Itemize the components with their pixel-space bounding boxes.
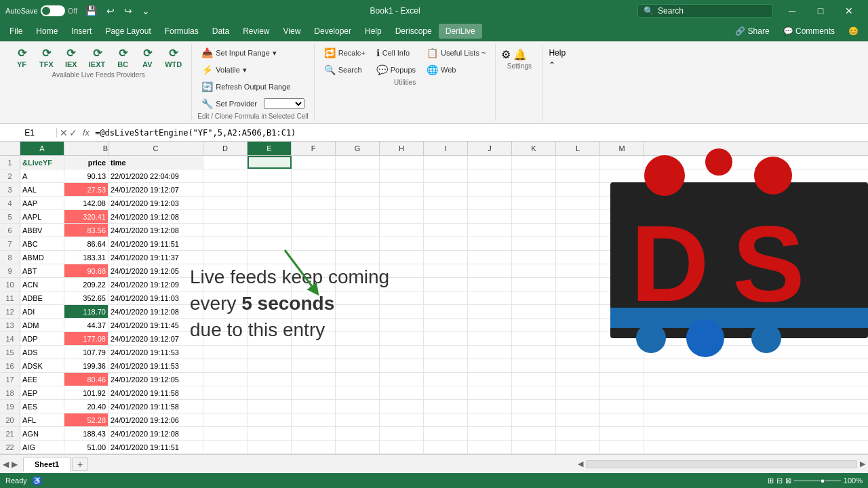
cell-a-6[interactable]: ABBV xyxy=(20,224,64,237)
cell-f-9[interactable] xyxy=(292,264,336,277)
cell-g-5[interactable] xyxy=(336,210,380,223)
cell-d-17[interactable] xyxy=(203,373,248,386)
cell-b-10[interactable]: 209.22 xyxy=(64,278,108,291)
cell-a-9[interactable]: ABT xyxy=(20,264,64,277)
cell-f-10[interactable] xyxy=(292,278,336,291)
cell-d-22[interactable] xyxy=(203,441,248,453)
av-button[interactable]: ⟳ AV xyxy=(136,45,158,70)
row-number[interactable]: 8 xyxy=(0,251,20,264)
cell-h-15[interactable] xyxy=(380,346,424,359)
cell-h-9[interactable] xyxy=(380,264,424,277)
cell-a-2[interactable]: A xyxy=(20,169,64,182)
cell-d-7[interactable] xyxy=(203,237,248,250)
undo-button[interactable]: ↩ xyxy=(104,4,117,18)
cell-i-7[interactable] xyxy=(424,237,468,250)
cell-b-22[interactable]: 51.00 xyxy=(64,441,108,453)
cell-c-3[interactable]: 24/01/2020 19:12:07 xyxy=(108,183,203,196)
cell-c-18[interactable]: 24/01/2020 19:11:58 xyxy=(108,386,203,399)
cell-i-21[interactable] xyxy=(424,427,468,440)
scrollbar-left[interactable]: ◀ xyxy=(578,460,583,468)
recalc-button[interactable]: 🔁 Recalc+ xyxy=(320,45,370,60)
cell-i-1[interactable] xyxy=(424,156,468,169)
menu-derilive[interactable]: DeriLive xyxy=(439,24,482,39)
cell-reference-input[interactable] xyxy=(3,128,57,138)
cell-m-20[interactable] xyxy=(600,413,644,426)
smiley-button[interactable]: 😊 xyxy=(842,24,865,39)
cell-f-17[interactable] xyxy=(292,373,336,386)
cell-b-13[interactable]: 44.37 xyxy=(64,319,108,331)
redo-button[interactable]: ↪ xyxy=(121,4,135,18)
cell-l-1[interactable] xyxy=(556,156,600,169)
cell-j-6[interactable] xyxy=(468,224,512,237)
cell-c-6[interactable]: 24/01/2020 19:12:08 xyxy=(108,224,203,237)
cell-g-21[interactable] xyxy=(336,427,380,440)
menu-view[interactable]: View xyxy=(277,24,308,39)
row-number[interactable]: 21 xyxy=(0,427,20,440)
cell-j-2[interactable] xyxy=(468,169,512,182)
cell-a-12[interactable]: ADI xyxy=(20,305,64,318)
yf-button[interactable]: ⟳ YF xyxy=(11,45,33,70)
help-label[interactable]: Help xyxy=(549,48,566,58)
cell-a-18[interactable]: AEP xyxy=(20,386,64,399)
row-number[interactable]: 18 xyxy=(0,386,20,399)
cell-h-16[interactable] xyxy=(380,359,424,372)
cell-c-17[interactable]: 24/01/2020 19:12:05 xyxy=(108,373,203,386)
cell-f-11[interactable] xyxy=(292,291,336,304)
cell-d-15[interactable] xyxy=(203,346,248,359)
cell-e-5[interactable] xyxy=(248,210,292,223)
cell-m-1[interactable] xyxy=(600,156,644,169)
set-input-button[interactable]: 📥 Set Input Range ▾ xyxy=(197,45,281,60)
cell-m-17[interactable] xyxy=(600,373,644,386)
cell-d-11[interactable] xyxy=(203,291,248,304)
autosave-toggle[interactable] xyxy=(41,5,65,16)
col-header-l[interactable]: L xyxy=(556,142,600,155)
set-provider-button[interactable]: 🔧 Set Provider xyxy=(197,96,261,111)
cell-e-4[interactable] xyxy=(248,197,292,209)
cell-g-22[interactable] xyxy=(336,441,380,453)
cell-c-22[interactable]: 24/01/2020 19:11:51 xyxy=(108,441,203,453)
cell-g-11[interactable] xyxy=(336,291,380,304)
cell-a-5[interactable]: AAPL xyxy=(20,210,64,223)
cell-h-10[interactable] xyxy=(380,278,424,291)
cell-e-19[interactable] xyxy=(248,400,292,413)
col-header-e[interactable]: E xyxy=(248,142,292,155)
cell-a-20[interactable]: AFL xyxy=(20,413,64,426)
menu-developer[interactable]: Developer xyxy=(307,24,358,39)
cell-l-19[interactable] xyxy=(556,400,600,413)
cell-d-1[interactable] xyxy=(203,156,248,169)
cell-m-4[interactable] xyxy=(600,197,644,209)
cell-i-5[interactable] xyxy=(424,210,468,223)
cell-i-20[interactable] xyxy=(424,413,468,426)
col-header-a[interactable]: A xyxy=(20,142,64,155)
cell-i-2[interactable] xyxy=(424,169,468,182)
cell-b-12[interactable]: 118.70 xyxy=(64,305,108,318)
cell-d-5[interactable] xyxy=(203,210,248,223)
cell-b-18[interactable]: 101.92 xyxy=(64,386,108,399)
cell-a-22[interactable]: AIG xyxy=(20,441,64,453)
cell-b-6[interactable]: 83.56 xyxy=(64,224,108,237)
search-utilities-button[interactable]: 🔍 Search xyxy=(320,62,370,77)
cell-k-16[interactable] xyxy=(512,359,556,372)
menu-deriscope[interactable]: Deriscope xyxy=(389,24,439,39)
cell-j-18[interactable] xyxy=(468,386,512,399)
cell-h-1[interactable] xyxy=(380,156,424,169)
cell-k-2[interactable] xyxy=(512,169,556,182)
cell-e-20[interactable] xyxy=(248,413,292,426)
cell-l-22[interactable] xyxy=(556,441,600,453)
cell-g-9[interactable] xyxy=(336,264,380,277)
cell-a-8[interactable]: ABMD xyxy=(20,251,64,264)
maximize-button[interactable]: □ xyxy=(807,1,834,20)
cell-j-10[interactable] xyxy=(468,278,512,291)
cell-e-18[interactable] xyxy=(248,386,292,399)
cell-d-20[interactable] xyxy=(203,413,248,426)
search-box[interactable]: 🔍 Search xyxy=(637,4,773,18)
cell-f-6[interactable] xyxy=(292,224,336,237)
cell-g-15[interactable] xyxy=(336,346,380,359)
cell-e-11[interactable] xyxy=(248,291,292,304)
row-number[interactable]: 2 xyxy=(0,169,20,182)
formula-input[interactable] xyxy=(92,128,865,138)
comments-button[interactable]: 💬 Comments xyxy=(776,24,842,39)
cell-j-8[interactable] xyxy=(468,251,512,264)
cell-j-12[interactable] xyxy=(468,305,512,318)
cell-d-10[interactable] xyxy=(203,278,248,291)
